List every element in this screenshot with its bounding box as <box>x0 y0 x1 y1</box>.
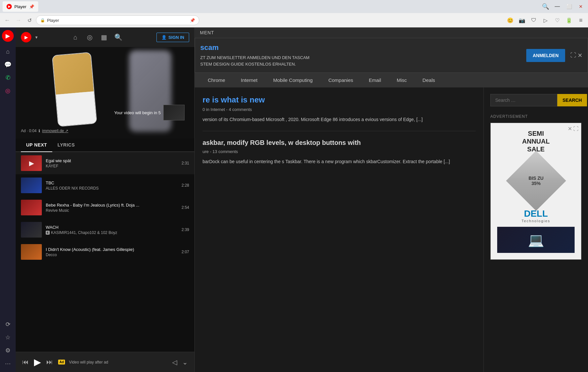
next-button[interactable]: ⏭ <box>45 357 54 367</box>
volume-button[interactable]: ◁ <box>171 357 178 367</box>
site-header-text: MENT <box>200 30 214 35</box>
messenger-icon: 💬 <box>4 61 11 68</box>
tab-lyrics[interactable]: LYRICS <box>52 138 80 151</box>
prev-button[interactable]: ⏮ <box>21 357 30 367</box>
video-background <box>16 47 194 138</box>
youtube-panel: ▶ ▾ ⌂ ◎ ▦ 🔍 👤 SIGN IN <box>16 27 195 372</box>
search-input[interactable] <box>490 94 557 106</box>
title-bar: ▶ Player 📌 🔍 — ⬜ ✕ <box>0 0 588 13</box>
playlist-thumb-1 <box>21 178 42 193</box>
emoji-button[interactable]: 😊 <box>506 16 515 25</box>
camera-button[interactable]: 📷 <box>517 16 527 25</box>
web-content: MENT scam ZT ZUM NEWSLETTER ANMELDEN UND… <box>195 27 588 372</box>
favicon: ▶ <box>7 4 12 9</box>
play-button[interactable]: ▷ <box>541 16 550 25</box>
article-divider <box>203 131 476 131</box>
site-nav: Chrome Internet Mobile Computing Compani… <box>195 73 588 87</box>
nav-deals[interactable]: Deals <box>415 73 443 87</box>
list-item[interactable]: ▶ Egal wie spät KAYEF 2:31 <box>16 152 194 174</box>
youtube-dropdown[interactable]: ▾ <box>35 35 38 40</box>
nav-misc[interactable]: Misc <box>389 73 415 87</box>
playlist-duration-2: 2:54 <box>182 205 189 210</box>
favorites-sidebar-btn[interactable]: ☆ <box>2 332 14 343</box>
list-item[interactable]: I Didn't Know (Acoustic) (feat. James Gi… <box>16 241 194 263</box>
ad-sponsor: scam <box>200 43 521 52</box>
history-icon: ⟳ <box>6 321 10 328</box>
article-title-0[interactable]: re is what is new <box>203 95 476 104</box>
explicit-badge: E <box>46 231 50 235</box>
article-title-1[interactable]: askbar, modify RGB levels, w desktop but… <box>203 139 476 147</box>
shield-button[interactable]: 🛡 <box>529 16 538 25</box>
maximize-button[interactable]: ⬜ <box>564 2 574 11</box>
history-sidebar-btn[interactable]: ⟳ <box>2 318 14 330</box>
phone-mockup <box>52 52 97 127</box>
close-button[interactable]: ✕ <box>576 2 585 11</box>
minimize-button[interactable]: — <box>553 2 562 11</box>
whatsapp-sidebar-btn[interactable]: ✆ <box>2 72 14 84</box>
playlist-duration-3: 2:39 <box>182 227 189 232</box>
ad-label: Ad <box>58 360 65 364</box>
youtube-sidebar-btn[interactable]: ▶ <box>2 30 14 42</box>
pin-icon: 📌 <box>190 18 195 23</box>
playlist-info-0: Egal wie spät KAYEF <box>46 158 178 168</box>
browser-window: ▶ Player 📌 🔍 — ⬜ ✕ ← → ↺ 🔒 Player 📌 😊 📷 … <box>0 0 588 372</box>
info-icon: ℹ <box>39 129 40 133</box>
advertisement-label: ADVERTISEMENT <box>490 114 581 119</box>
yt-library-icon[interactable]: ▦ <box>98 31 110 43</box>
play-pause-button[interactable]: ▶ <box>33 355 42 369</box>
more-sidebar-btn[interactable]: ⋯ <box>2 358 14 369</box>
menu-button[interactable]: ≡ <box>576 16 585 25</box>
sponsor-url[interactable]: immowell.de ↗ <box>42 129 68 133</box>
youtube-logo[interactable]: ▶ <box>21 32 31 42</box>
expand-button[interactable]: ⌄ <box>181 357 189 367</box>
address-input[interactable]: 🔒 Player 📌 <box>36 15 199 25</box>
reload-button[interactable]: ↺ <box>25 16 34 25</box>
ad-close-icon[interactable]: ✕ <box>578 52 582 59</box>
back-button[interactable]: ← <box>3 16 12 25</box>
dell-tech-text: Technologies <box>521 219 550 223</box>
playlist-duration-4: 2:07 <box>182 250 189 254</box>
youtube-logo-icon: ▶ <box>24 35 28 40</box>
playlist-info-2: Bebe Rexha - Baby I'm Jealous (Lyrics) f… <box>46 203 178 213</box>
playlist-thumb-0: ▶ <box>21 155 42 171</box>
playlist-artist-0: KAYEF <box>46 164 178 168</box>
forward-button[interactable]: → <box>14 16 23 25</box>
nav-companies[interactable]: Companies <box>320 73 361 87</box>
settings-sidebar-btn[interactable]: ⚙ <box>2 345 14 356</box>
phone-bottom <box>56 91 96 126</box>
ad-expand-icon[interactable]: ⛶ <box>570 52 576 59</box>
tab-pin-icon[interactable]: 📌 <box>29 4 34 9</box>
whatsapp-icon: ✆ <box>6 74 10 81</box>
youtube-nav-icons: ⌂ ◎ ▦ 🔍 <box>70 31 124 43</box>
tab-up-next[interactable]: UP NEXT <box>21 138 52 152</box>
instagram-sidebar-btn[interactable]: ◎ <box>2 85 14 97</box>
nav-email[interactable]: Email <box>361 73 389 87</box>
search-icon-btn[interactable]: 🔍 <box>541 2 550 11</box>
opera-sidebar: ▶ ⌂ 💬 ✆ ◎ ⟳ ☆ ⚙ <box>0 27 16 372</box>
yt-explore-icon[interactable]: ◎ <box>84 31 96 43</box>
yt-home-icon[interactable]: ⌂ <box>70 31 81 43</box>
playlist-title-2: Bebe Rexha - Baby I'm Jealous (Lyrics) f… <box>46 203 178 208</box>
sign-in-button[interactable]: 👤 SIGN IN <box>156 33 189 42</box>
list-item[interactable]: Bebe Rexha - Baby I'm Jealous (Lyrics) f… <box>16 196 194 219</box>
star-icon: ☆ <box>5 334 10 341</box>
countdown-text: Your video will begin in 5 <box>114 110 161 115</box>
diamond-graphic: BIS ZU35% <box>506 151 566 211</box>
dell-ad-close-icon[interactable]: ✕ ⛶ <box>568 126 579 132</box>
nav-chrome[interactable]: Chrome <box>200 73 233 87</box>
list-item[interactable]: WACH E KASIMIR1441, Chapo102 & 102 Boyz … <box>16 219 194 241</box>
laptop-image: 💻 <box>497 227 575 253</box>
nav-mobile-computing[interactable]: Mobile Computing <box>265 73 320 87</box>
home-icon: ⌂ <box>6 48 10 55</box>
search-button[interactable]: SEARCH <box>557 94 587 106</box>
heart-button[interactable]: ♡ <box>553 16 562 25</box>
anmelden-button[interactable]: ANMELDEN <box>526 49 565 62</box>
nav-internet[interactable]: Internet <box>233 73 265 87</box>
dell-ad: ✕ ⛶ SEMI ANNUAL SALE BIS ZU35% <box>490 123 581 260</box>
battery-button[interactable]: 🔋 <box>564 16 574 25</box>
messenger-sidebar-btn[interactable]: 💬 <box>2 59 14 70</box>
video-player[interactable]: Your video will begin in 5 Ad · 0:04 ℹ i… <box>16 47 194 138</box>
yt-search-icon[interactable]: 🔍 <box>113 31 124 43</box>
home-sidebar-btn[interactable]: ⌂ <box>2 46 14 57</box>
list-item[interactable]: TBC ALLES ODER NIX RECORDS 2:28 <box>16 174 194 196</box>
